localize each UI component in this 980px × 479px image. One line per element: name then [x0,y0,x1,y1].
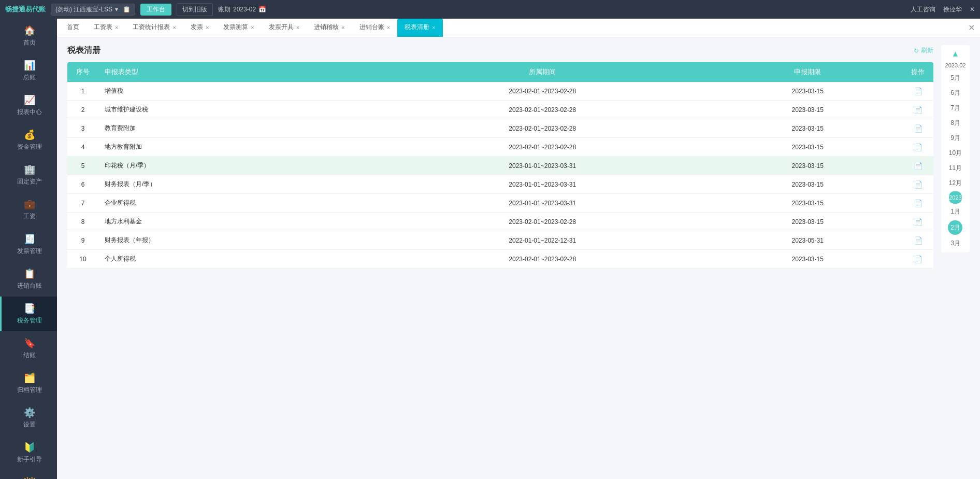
refresh-label: 刷新 [921,46,933,55]
cell-action[interactable]: 📄 [902,82,933,101]
action-icon[interactable]: 📄 [914,255,923,263]
action-icon[interactable]: 📄 [914,180,923,189]
cell-action[interactable]: 📄 [902,194,933,213]
sidebar-label-fund: 资金管理 [17,143,42,151]
sidebar-item-ledger[interactable]: 📊总账 [0,53,57,88]
switch-version-button[interactable]: 切到旧版 [177,3,213,16]
cell-period: 2023-02-01~2023-02-28 [372,82,713,101]
sidebar-item-member[interactable]: 👑畅会员 [0,470,57,479]
sidebar-icon-payroll: 💼 [24,199,35,210]
cell-action[interactable]: 📄 [902,250,933,269]
tab-close-invoice[interactable]: × [206,24,209,31]
sidebar-icon-ledger: 📊 [24,60,35,71]
action-icon[interactable]: 📄 [914,87,923,95]
sidebar-label-guide: 新手引导 [17,455,42,464]
tab-close-payroll[interactable]: × [115,24,118,31]
cell-action[interactable]: 📄 [902,101,933,119]
tab-payroll-stats[interactable]: 工资统计报表× [125,19,183,37]
sidebar-item-report[interactable]: 📈报表中心 [0,88,57,123]
sidebar-icon-invoice-mgr: 🧾 [24,233,35,245]
sidebar-item-home[interactable]: 🏠首页 [0,19,57,53]
tab-close-tax-list[interactable]: × [432,24,435,31]
sidebar-item-tax-mgr[interactable]: 📑税务管理 [0,297,57,331]
tab-purchase-check[interactable]: 进销稽核× [307,19,352,37]
tab-invoice-calc[interactable]: 发票测算× [216,19,261,37]
col-seq: 序号 [67,62,98,82]
window-close-btn[interactable]: ✕ [970,6,975,13]
cell-deadline: 2023-03-15 [713,82,902,101]
tab-invoice[interactable]: 发票× [183,19,216,37]
timeline-item[interactable]: 4月 [947,251,963,252]
company-selector[interactable]: (勿动) 江西服宝-LSS ▾ 📋 [51,4,135,16]
tab-close-invoice-calc[interactable]: × [251,24,254,31]
cell-action[interactable]: 📄 [902,138,933,157]
cell-type: 地方水利基金 [98,213,372,231]
tab-label-tax-list: 税表清册 [405,23,429,32]
tab-close-purchase-check[interactable]: × [341,24,344,31]
timeline-item[interactable]: 7月 [947,101,963,116]
tab-invoice-open[interactable]: 发票开具× [262,19,307,37]
sidebar-item-settings[interactable]: ⚙️设置 [0,401,57,435]
sidebar-item-invoice-mgr[interactable]: 🧾发票管理 [0,227,57,262]
tab-tax-list[interactable]: 税表清册× [397,19,442,37]
company-name: (勿动) 江西服宝-LSS [55,5,112,14]
timeline-month-active[interactable]: 2月 [948,220,962,235]
timeline-item[interactable]: 10月 [947,146,963,161]
tab-close-payroll-stats[interactable]: × [172,24,176,31]
tab-close-purchase-ledger[interactable]: × [387,24,390,31]
table-row: 1 增值税 2023-02-01~2023-02-28 2023-03-15 📄 [67,82,933,101]
cell-action[interactable]: 📄 [902,175,933,194]
sidebar-item-fund[interactable]: 💰资金管理 [0,123,57,158]
sidebar-item-settlement[interactable]: 🔖结账 [0,331,57,366]
sidebar-item-payroll[interactable]: 💼工资 [0,192,57,227]
sidebar-item-archive[interactable]: 🗂️归档管理 [0,366,57,401]
tab-label-home: 首页 [67,23,79,32]
main-layout: 🏠首页📊总账📈报表中心💰资金管理🏢固定资产💼工资🧾发票管理📋进销台账📑税务管理🔖… [0,19,980,479]
sidebar-label-home: 首页 [23,38,36,47]
refresh-button[interactable]: ↻ 刷新 [914,46,933,55]
timeline-up-button[interactable]: ▲ [952,48,960,60]
tab-label-payroll-stats: 工资统计报表 [133,23,170,32]
sidebar-label-settings: 设置 [23,420,36,429]
col-action: 操作 [902,62,933,82]
sidebar-item-guide[interactable]: 🔰新手引导 [0,435,57,470]
sidebar-label-invoice-mgr: 发票管理 [17,247,42,256]
cell-seq: 8 [67,213,98,231]
action-icon[interactable]: 📄 [914,106,923,114]
cell-type: 教育费附加 [98,119,372,138]
action-icon[interactable]: 📄 [914,143,923,151]
cell-type: 财务报表（年报） [98,231,372,250]
timeline-item[interactable]: 12月 [947,176,963,191]
tab-bar-close[interactable]: ✕ [965,23,977,33]
timeline-item[interactable]: 1月 [947,204,963,219]
timeline-year-active[interactable]: 2023 [949,191,961,204]
action-icon[interactable]: 📄 [914,162,923,170]
sidebar-item-fixed-assets[interactable]: 🏢固定资产 [0,158,57,192]
sidebar-item-purchase-mgr[interactable]: 📋进销台账 [0,262,57,297]
cell-action[interactable]: 📄 [902,213,933,231]
cell-deadline: 2023-03-15 [713,175,902,194]
action-icon[interactable]: 📄 [914,199,923,207]
timeline-item[interactable]: 3月 [947,236,963,251]
cell-action[interactable]: 📄 [902,231,933,250]
workbench-button[interactable]: 工作台 [140,4,171,16]
tab-purchase-ledger[interactable]: 进销台账× [352,19,397,37]
calendar-icon: 📅 [258,6,266,13]
sidebar-label-purchase-mgr: 进销台账 [17,281,42,290]
timeline-item[interactable]: 9月 [947,131,963,146]
tab-payroll[interactable]: 工资表× [87,19,125,37]
table-header-row: 序号 申报表类型 所属期间 申报期限 操作 [67,62,933,82]
action-icon[interactable]: 📄 [914,218,923,226]
timeline-item[interactable]: 8月 [947,116,963,131]
tab-home[interactable]: 首页 [60,19,87,37]
cell-action[interactable]: 📄 [902,119,933,138]
timeline-item[interactable]: 11月 [947,161,963,176]
timeline-panel: ▲ 2023.02 5月6月7月8月9月10月11月12月20231月2月3月4… [941,45,970,252]
action-icon[interactable]: 📄 [914,124,923,133]
timeline-item[interactable]: 6月 [947,86,963,101]
timeline-item[interactable]: 5月 [947,71,963,86]
cell-action[interactable]: 📄 [902,157,933,175]
action-icon[interactable]: 📄 [914,236,923,245]
ai-consult-button[interactable]: 人工咨询 [911,5,935,14]
tab-close-invoice-open[interactable]: × [296,24,299,31]
